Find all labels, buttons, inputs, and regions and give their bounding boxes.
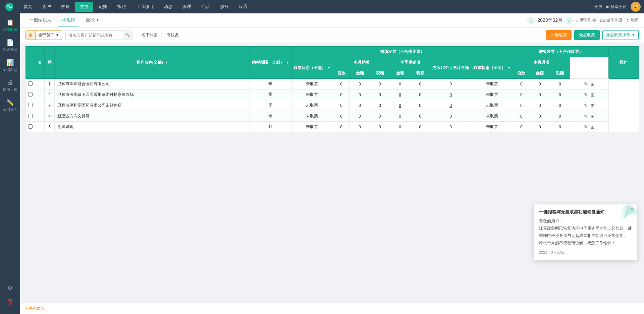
nav-item-invoice[interactable]: 票据 [75, 2, 93, 12]
has-taxdisk-checkbox[interactable] [161, 33, 165, 37]
my-accounts-checkbox[interactable] [136, 33, 140, 37]
view-icon[interactable]: ⊞ [591, 103, 595, 108]
tax-period-filter-icon[interactable]: ▼ [286, 61, 289, 64]
member-btn[interactable]: ▶ 畅享会员 [606, 4, 627, 10]
row-sales-monthly-amount: 0 [350, 122, 370, 132]
nav-item-settings[interactable]: 设置 [234, 2, 252, 12]
table-row: 2 卫辉市汲水镇下园润馨烟草木种植家庭农场 季 未取票 0 0 0 0 0 0 … [26, 89, 639, 100]
nav-item-bookkeeping[interactable]: 记账 [94, 2, 112, 12]
tab-all[interactable]: 全能 ▼ [82, 14, 103, 26]
tab-all-chevron-icon: ▼ [96, 18, 99, 22]
row-checkbox-cell[interactable] [26, 122, 35, 132]
employee-filter-value[interactable]: 全部员工 ▼ [36, 32, 62, 38]
sidebar-item-invoice-summary[interactable]: 📊 票据汇总 [1, 56, 19, 75]
view-icon[interactable]: ⊞ [591, 124, 595, 130]
user-avatar[interactable]: 🐱 [631, 2, 641, 12]
sales-quarterly-amount-link[interactable]: 0 [399, 125, 401, 129]
row-checkbox-cell[interactable] [26, 100, 35, 111]
th-tax-period[interactable]: 纳税期限（全部） ▼ [250, 47, 291, 79]
sales-12month-link[interactable]: 0 [449, 125, 452, 129]
edit-icon[interactable]: ✎ [584, 92, 588, 98]
tax-policy-link[interactable]: ℹ 税务政策 [25, 306, 44, 311]
edit-icon[interactable]: ✎ [584, 114, 588, 119]
sales-quarterly-amount-link[interactable]: 0 [399, 92, 401, 97]
popup-close-btn[interactable]: ✕ [630, 206, 634, 212]
sidebar-item-help[interactable]: ❓ [1, 296, 19, 309]
sales-quarterly-amount-link[interactable]: 0 [399, 82, 401, 86]
th-sales-quarterly: 本季度销项 [390, 57, 430, 68]
scan-upload-icon: 🖨 [7, 79, 13, 86]
new-guide-btn[interactable]: ☆ 新手引导 [575, 17, 596, 23]
row-checkbox-cell[interactable] [26, 79, 35, 89]
row-checkbox[interactable] [28, 124, 33, 129]
nav-item-home[interactable]: 首页 [19, 2, 37, 12]
sales-12month-link[interactable]: 0 [449, 92, 452, 97]
nav-item-client[interactable]: 客户 [38, 2, 56, 12]
row-actions: ✎ ⊞ [570, 79, 609, 89]
sidebar-item-invoice-open[interactable]: 📄 发票开具 [1, 36, 19, 55]
row-checkbox[interactable] [28, 114, 33, 118]
nav-item-business[interactable]: 工商项目 [131, 2, 158, 12]
view-icon[interactable]: ⊞ [591, 92, 595, 98]
logo[interactable] [3, 1, 15, 13]
manual-btn[interactable]: 📖 操作手册 [600, 17, 622, 23]
client-filter-icon[interactable]: ▼ [165, 61, 168, 64]
sales-quarterly-amount-link[interactable]: 0 [399, 103, 401, 108]
row-checkbox-cell[interactable] [26, 111, 35, 122]
sales-12month-link[interactable]: 0 [449, 82, 452, 86]
nav-item-operation[interactable]: 经营 [197, 2, 215, 12]
employee-filter-chevron-icon: ▼ [56, 33, 59, 37]
employee-filter[interactable]: 全 全部员工 ▼ [25, 30, 62, 40]
row-checkbox[interactable] [28, 92, 33, 97]
row-tax-period: 季 [250, 79, 291, 89]
has-taxdisk-filter[interactable]: 有税盘 [161, 32, 179, 38]
edit-icon[interactable]: ✎ [584, 124, 588, 130]
diskless-ops-btn[interactable]: 无盘取票操作 ▼ [602, 30, 639, 40]
period-next-btn[interactable]: › [565, 17, 573, 24]
row-purchase-status: 未取票 [471, 100, 513, 111]
row-actions: ✎ ⊞ [570, 89, 609, 100]
one-click-btn[interactable]: 一键取票 [546, 30, 572, 40]
edit-icon[interactable]: ✎ [584, 103, 588, 108]
tab-general-taxpayer[interactable]: 一般纳税人 [25, 14, 55, 26]
sidebar-item-scan-upload[interactable]: 🖨 扫描上传 [1, 76, 19, 95]
sales-12month-link[interactable]: 0 [449, 103, 452, 108]
tab-small-scale[interactable]: 小规模 [58, 14, 79, 26]
row-tax-period: 季 [250, 100, 291, 111]
diskless-btn[interactable]: 无盘取票 [574, 30, 600, 40]
fullscreen-btn[interactable]: ⛶ 全屏 [589, 4, 602, 10]
th-sales-monthly-amount: 金额 [350, 68, 370, 79]
sidebar-item-invoice-entry[interactable]: ✏️ 票据录入 [1, 96, 19, 115]
diskless-ops-chevron-icon: ▼ [632, 33, 635, 37]
th-purchase-monthly-amount: 金额 [530, 68, 550, 79]
search-input[interactable] [66, 33, 123, 38]
nav-item-tax[interactable]: 报税 [113, 2, 131, 12]
view-icon[interactable]: ⊞ [591, 81, 595, 87]
th-purchase-status[interactable]: 取票状态（全部） ▼ [471, 57, 513, 79]
edit-icon[interactable]: ✎ [584, 81, 588, 87]
sales-quarterly-amount-link[interactable]: 0 [399, 114, 401, 119]
purchase-status-filter-icon[interactable]: ▼ [507, 66, 511, 70]
row-checkbox[interactable] [28, 103, 33, 107]
th-sales-status[interactable]: 取票状态（全部） ▼ [291, 57, 333, 79]
period-prev-btn[interactable]: ‹ [527, 17, 535, 24]
nav-item-manage[interactable]: 管理 [178, 2, 196, 12]
sales-status-filter-icon[interactable]: ▼ [327, 66, 331, 70]
nav-item-message[interactable]: 消息 [159, 2, 177, 12]
sidebar-item-settings[interactable]: ⚙ [1, 282, 19, 295]
nav-item-service[interactable]: 服务 [215, 2, 233, 12]
row-sales-12month: 0 [430, 122, 471, 132]
sales-12month-link[interactable]: 0 [449, 114, 452, 119]
row-client: 卫辉市汲水镇下园润馨烟草木种植家庭农场 [55, 89, 250, 100]
row-sales-status: 未取票 [291, 79, 333, 89]
th-client[interactable]: 客户名称(全部) ▼ [55, 47, 250, 79]
search-button[interactable]: 🔍 [123, 30, 132, 40]
row-checkbox-cell[interactable] [26, 89, 35, 100]
sidebar-item-smart-ticket[interactable]: 📋 智能取票 [1, 16, 19, 35]
refresh-btn[interactable]: ↻ 刷新 [626, 17, 639, 23]
my-accounts-filter[interactable]: 名下账套 [136, 32, 158, 38]
view-icon[interactable]: ⊞ [591, 114, 595, 119]
nav-item-fee[interactable]: 收费 [56, 2, 74, 12]
row-checkbox[interactable] [28, 81, 33, 86]
table-container: ⚙ 序 客户名称(全部) ▼ 纳税期限（全部） ▼ 销项发票（不合作废票） 进项… [20, 43, 644, 303]
